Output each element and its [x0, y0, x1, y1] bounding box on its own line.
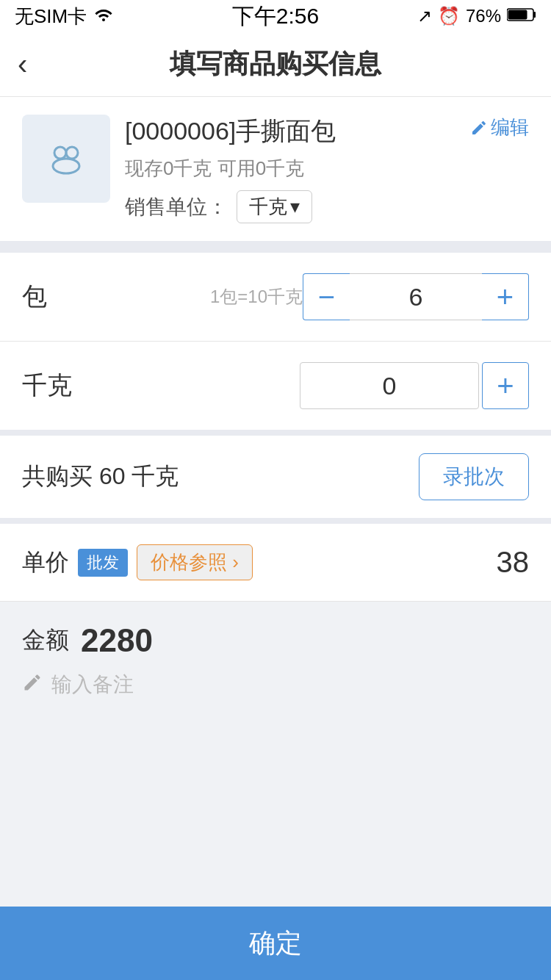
svg-point-5 — [53, 159, 79, 173]
confirm-text: 确定 — [249, 926, 302, 962]
price-label: 单价 — [22, 547, 69, 579]
svg-point-4 — [66, 147, 78, 159]
status-bar-right: ↗ ⏰ 76% — [417, 6, 536, 26]
confirm-bar[interactable]: 确定 — [0, 907, 551, 980]
battery-icon — [507, 6, 536, 26]
unit-label: 销售单位： — [125, 193, 228, 221]
svg-rect-2 — [508, 10, 527, 20]
kg-quantity-control: + — [300, 362, 529, 409]
product-unit-row: 销售单位： 千克 ▾ — [125, 190, 529, 223]
page-title: 填写商品购买信息 — [170, 46, 381, 82]
svg-rect-1 — [533, 12, 536, 18]
nav-bar: ‹ 填写商品购买信息 — [0, 32, 551, 97]
product-card: [0000006]手撕面包 编辑 现存0千克 可用0千克 销售单位： 千克 ▾ — [0, 97, 551, 247]
input-section: 包 1包=10千克 − + 千克 + — [0, 253, 551, 430]
bao-input[interactable] — [350, 273, 482, 320]
remark-row[interactable]: 输入备注 — [22, 671, 529, 699]
section-sep-1 — [0, 247, 551, 253]
price-tag: 批发 — [78, 549, 128, 577]
unit-select[interactable]: 千克 ▾ — [237, 190, 312, 223]
status-bar-time: 下午2:56 — [232, 1, 319, 32]
wifi-icon — [93, 5, 115, 28]
price-left: 单价 批发 价格参照 › — [22, 544, 253, 580]
amount-value: 2280 — [81, 622, 153, 659]
bao-hint: 1包=10千克 — [210, 285, 303, 309]
amount-section: 金额 2280 输入备注 — [0, 602, 551, 713]
unit-value: 千克 — [249, 194, 287, 220]
product-info: [0000006]手撕面包 编辑 现存0千克 可用0千克 销售单位： 千克 ▾ — [125, 115, 529, 223]
battery-label: 76% — [466, 6, 501, 26]
product-stock: 现存0千克 可用0千克 — [125, 156, 529, 181]
chevron-down-icon: ▾ — [290, 195, 300, 218]
back-button[interactable]: ‹ — [18, 48, 27, 81]
bao-quantity-control: − + — [303, 273, 529, 320]
summary-text: 共购买 60 千克 — [22, 461, 179, 493]
amount-row: 金额 2280 — [22, 622, 529, 659]
bao-label: 包 — [22, 280, 201, 314]
svg-point-3 — [54, 147, 66, 159]
bao-minus-button[interactable]: − — [303, 273, 350, 320]
price-row: 单价 批发 价格参照 › 38 — [22, 544, 529, 580]
price-section: 单价 批发 价格参照 › 38 — [0, 518, 551, 602]
amount-label: 金额 — [22, 624, 69, 657]
bao-input-row: 包 1包=10千克 − + — [0, 253, 551, 342]
kg-input-row: 千克 + — [0, 342, 551, 430]
kg-plus-button[interactable]: + — [482, 362, 529, 409]
price-value: 38 — [497, 546, 530, 579]
pencil-icon — [22, 672, 43, 698]
status-bar: 无SIM卡 下午2:56 ↗ ⏰ 76% — [0, 0, 551, 32]
product-name: [0000006]手撕面包 — [125, 115, 336, 148]
remark-placeholder: 输入备注 — [51, 671, 134, 699]
product-image — [22, 115, 110, 203]
status-bar-left: 无SIM卡 — [15, 4, 115, 29]
carrier-label: 无SIM卡 — [15, 4, 87, 29]
alarm-icon: ⏰ — [438, 6, 460, 26]
kg-input[interactable] — [300, 362, 479, 409]
location-icon: ↗ — [417, 6, 432, 26]
price-ref-button[interactable]: 价格参照 › — [137, 544, 253, 580]
batch-button[interactable]: 录批次 — [419, 453, 529, 500]
kg-label: 千克 — [22, 369, 300, 403]
summary-row: 共购买 60 千克 录批次 — [0, 430, 551, 518]
edit-button[interactable]: 编辑 — [470, 115, 529, 140]
bao-plus-button[interactable]: + — [482, 273, 529, 320]
